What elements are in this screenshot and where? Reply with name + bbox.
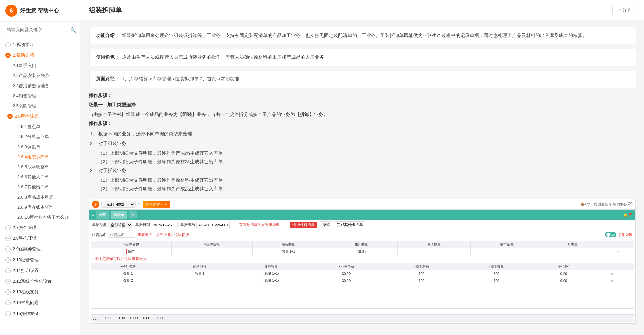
search-area[interactable]: 🔍 (0, 22, 80, 38)
sidebar-item-stocktake[interactable]: 2.6.1盘点单 (0, 122, 80, 132)
feature-intro-label: 功能介绍： (96, 33, 119, 38)
app-table-bottom: ×子件名称 规格型号 业务数量 ×业务单价 ×成本总额 ×成本数量 单位(V) (91, 263, 634, 315)
minus-orange-icon: − (7, 114, 13, 119)
td-child-name-2: 数量 2 (91, 277, 166, 284)
td-unit-p-1: 30.00 (309, 270, 384, 277)
app-form-bar: 单据类型 全部单据 单据日期 单据编号 (89, 220, 635, 230)
sidebar-item-mobile[interactable]: + 2.8手机旺辅 (0, 233, 80, 244)
plus-icon-4: + (5, 246, 11, 252)
th-cost-qty: ×成本数量 (459, 263, 534, 270)
table-row (91, 309, 634, 315)
sidebar-item-onlinePay[interactable]: + 2.13在线支付 (0, 287, 80, 297)
plus-icon: + (5, 42, 11, 47)
app-nav-icon: ≡ (92, 213, 94, 217)
sidebar-item-adjust[interactable]: 2.6.3调拨单 (0, 142, 80, 152)
app-nav-tab-close[interactable]: × (129, 211, 137, 218)
app-help-icon[interactable]: 帮助中心 (613, 202, 627, 207)
sidebar-item-case[interactable]: + 2.15操作案例 (0, 308, 80, 319)
td-child-qty (398, 248, 471, 255)
th-prod-qty: 生产数量 (325, 241, 398, 248)
table-row (91, 296, 634, 302)
feature-intro-box: 功能介绍： 组装拆卸单用来处理企业组装或拆卸等加工业务，支持有固定装配清单的产品… (89, 27, 636, 44)
sidebar-item-print[interactable]: + 2.11打印设置 (0, 265, 80, 276)
app-nav-tab-home[interactable]: 自营 (96, 211, 109, 219)
sidebar-item-newbie[interactable]: 2.1新手入门 (0, 61, 80, 71)
form-field-num: 单据编号 (180, 222, 230, 228)
app-flag-icon[interactable]: 🚩 (629, 213, 633, 217)
sidebar-item-assembly[interactable]: 2.6.4组装拆卸单 (0, 152, 80, 162)
plus-icon-10: + (5, 311, 11, 316)
role-text: 通常由生产人员或库管人员完成拆装业务的操作，库管人员确认原材料的出库和产成品的入… (122, 55, 324, 60)
form-date-label: 单据日期 (135, 222, 150, 227)
supply-input[interactable] (108, 232, 135, 238)
td-row-ops-2[interactable]: ⊞ ⊟ (593, 277, 634, 284)
form-type-select[interactable]: 全部单据 (108, 222, 132, 228)
sidebar-item-otherIn[interactable]: 2.6.6其他入库单 (0, 172, 80, 182)
table-row: 来件 数量:1+1 10.00 ＋ (91, 248, 634, 255)
td-asm-qty: 数量:1+1 (252, 248, 325, 255)
complete-other-btn[interactable]: 完成其他业务单 (335, 221, 365, 228)
footer-total-4: 0.00 (143, 316, 150, 321)
role-label: 使用角色： (96, 55, 119, 60)
td-unit-v-1: 0.00 (534, 270, 593, 277)
footer-total-5: 0.00 (156, 316, 163, 321)
sidebar-item-inventory[interactable]: − 2.6库存核算 (0, 111, 80, 122)
td-child-name-1: 数量 1 (91, 270, 166, 277)
sidebar-item-custom[interactable]: + 2.12系统个性化设置 (0, 276, 80, 287)
toggle-switch[interactable]: On (605, 232, 616, 237)
sidebar-item-partial[interactable]: 2.6.2分量盘点单 (0, 132, 80, 142)
scenario-title: 场景一：加工类型选择 (89, 102, 636, 108)
th-unit-v: 单位(V) (534, 263, 593, 270)
path-label: 页面路径： (96, 76, 119, 81)
app-top-bar: 6 TEST-H002 ⟳ 阿里新建一下 📦App下载 业务指导 帮助中心 CC (89, 199, 635, 210)
logo-area: 6 好生意 帮助中心 (0, 0, 80, 22)
sidebar-item-coupon[interactable]: + 2.9优惠券管理 (0, 244, 80, 255)
step-list: 1、 根据不同的业务，选择不同单据的类型来处理 2、 对于组装业务 （1）上部明… (89, 130, 636, 193)
logo-text: 好生意 帮助中心 (20, 7, 59, 14)
search-button[interactable]: 🔍 (70, 27, 76, 33)
sidebar-item-finance[interactable]: + 2.7资金管理 (0, 222, 80, 233)
td-row-actions[interactable]: ＋ (602, 248, 634, 255)
app-tables-area: ×父件名称 ×父件规格 组装数量 生产数量 领子数量 成本金额 可出量 (89, 239, 635, 323)
app-nav-right-icons: 🔔 🚩 (623, 213, 633, 217)
sidebar-item-ops[interactable]: + 2.10经营管理 (0, 255, 80, 265)
sidebar-item-install[interactable]: 2.2产品安装及登录 (0, 71, 80, 81)
app-refresh-icon[interactable]: ⟳ (138, 202, 141, 207)
th-ops (593, 263, 634, 270)
search-input[interactable] (4, 25, 68, 34)
app-cc-icon[interactable]: CC (628, 202, 633, 207)
form-num-input[interactable] (196, 222, 230, 228)
sidebar-item-otherOut[interactable]: 2.6.7其他出库单 (0, 182, 80, 192)
share-button[interactable]: ↗ 分享 (612, 5, 636, 15)
form-date-input[interactable] (151, 222, 178, 228)
red-hint-middle: 组装业务、拆卸业务在这里切换 (138, 232, 189, 237)
app-org-select[interactable]: TEST-H002 (101, 201, 136, 208)
th-child-qty: 领子数量 (398, 241, 471, 248)
table-row (91, 302, 634, 309)
sidebar-item-faq[interactable]: + 2.14常见问题 (0, 297, 80, 308)
td-cost-t-1: 100 (384, 270, 459, 277)
sidebar-item-helpDocs[interactable]: − 2.帮助文档 (0, 50, 80, 61)
sidebar-item-stockCheck[interactable]: 2.6.9库存账本查询 (0, 202, 80, 212)
sidebar-item-costAdj[interactable]: 2.6.5成本调整单 (0, 162, 80, 172)
part-name-input[interactable]: 来件 (126, 249, 136, 254)
td-part-name: 来件 (91, 248, 172, 255)
nav-section: + 1.视频学习 − 2.帮助文档 2.1新手入门 2.2产品安装及登录 2.3… (0, 38, 80, 320)
td-avail-val (543, 248, 602, 255)
plus-icon-7: + (5, 279, 11, 284)
sidebar-item-dataPrep[interactable]: 2.3使用前数据准备 (0, 81, 80, 91)
select-bom-btn[interactable]: 选择外料清单 (290, 222, 317, 228)
sidebar-item-costCalc[interactable]: 2.6.8商品成本重算 (0, 192, 80, 202)
app-nav-tab-new[interactable]: 新增单 (111, 211, 127, 219)
app-new-btn[interactable]: 阿里新建一下 (143, 201, 170, 208)
undo-btn[interactable]: 撤销 (320, 221, 332, 228)
main-area: 组装拆卸单 ↗ 分享 功能介绍： 组装拆卸单用来处理企业组装或拆卸等加工业务，支… (80, 0, 644, 335)
sidebar-item-video[interactable]: + 1.视频学习 (0, 39, 80, 50)
app-guide-icon[interactable]: 业务指导 (598, 202, 612, 207)
app-bell-icon[interactable]: 🔔 (623, 213, 627, 217)
sidebar-item-sales[interactable]: 2.4销售管理 (0, 91, 80, 101)
sidebar-item-accountErr[interactable]: 2.6.10库存账本错了怎么办 (0, 212, 80, 222)
td-row-ops-1[interactable]: ⊞ ⊟ (593, 270, 634, 277)
sidebar-item-purchase[interactable]: 2.5采购管理 (0, 101, 80, 111)
app-download-icon[interactable]: 📦App下载 (580, 202, 597, 207)
